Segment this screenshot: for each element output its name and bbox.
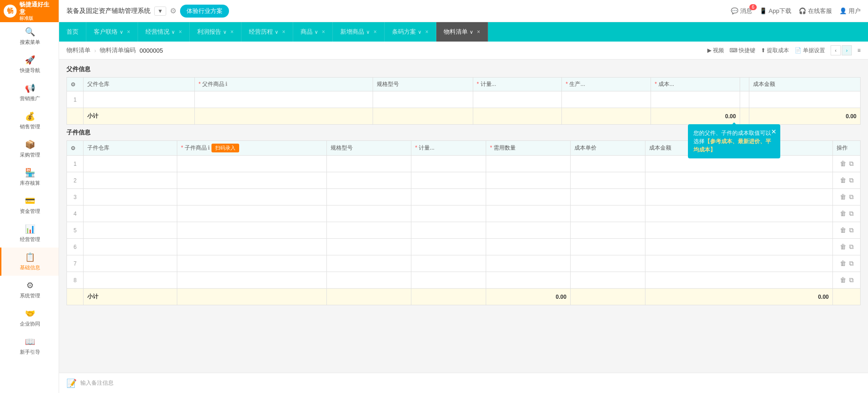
nav-next-button[interactable]: ›	[842, 45, 852, 55]
child-warehouse-cell-1[interactable]	[84, 156, 177, 172]
nav-tab-4[interactable]: 经营历程∨×	[241, 22, 293, 42]
delete-icon-2[interactable]: 🗑	[840, 176, 846, 184]
copy-icon-4[interactable]: ⧉	[849, 210, 854, 218]
child-cost-amount-cell-4[interactable]	[645, 206, 833, 222]
child-warehouse-cell-3[interactable]	[84, 189, 177, 206]
child-cost-amount-cell-3[interactable]	[645, 189, 833, 206]
sidebar-item-inventory[interactable]: 🏪 库存核算	[0, 163, 59, 191]
sidebar-item-enterprise[interactable]: 🤝 企业协同	[0, 304, 59, 332]
child-warehouse-cell-4[interactable]	[84, 206, 177, 222]
delete-icon-3[interactable]: 🗑	[840, 193, 846, 201]
tooltip-close-button[interactable]: ✕	[771, 127, 777, 137]
nav-tab-2[interactable]: 经营情况∨×	[138, 22, 190, 42]
child-product-cell-1[interactable]	[177, 156, 327, 172]
copy-icon-1[interactable]: ⧉	[849, 160, 854, 168]
parent-prod-cell[interactable]	[562, 91, 651, 108]
child-spec-cell-3[interactable]	[327, 189, 411, 206]
child-need-qty-cell-4[interactable]	[486, 206, 571, 222]
delete-icon-5[interactable]: 🗑	[840, 226, 846, 234]
online-service-button[interactable]: 🎧 在线客服	[799, 7, 832, 15]
child-qty-cell-2[interactable]	[411, 172, 486, 189]
nav-tab-1[interactable]: 客户联络∨×	[86, 22, 138, 42]
breadcrumb-item-1[interactable]: 物料清单	[66, 46, 90, 54]
child-need-qty-cell-3[interactable]	[486, 189, 571, 206]
child-unit-cost-cell-2[interactable]	[570, 172, 645, 189]
experience-button[interactable]: 体验行业方案	[180, 5, 229, 18]
child-need-qty-cell-1[interactable]	[486, 156, 571, 172]
nav-tab-7[interactable]: 条码方案∨×	[385, 22, 436, 42]
child-cost-amount-cell-7[interactable]	[645, 255, 833, 272]
tab-close-5[interactable]: ×	[322, 29, 325, 35]
child-qty-cell-5[interactable]	[411, 222, 486, 239]
child-warehouse-cell-8[interactable]	[84, 272, 177, 289]
nav-tab-0[interactable]: 首页	[59, 22, 86, 42]
child-unit-cost-cell-1[interactable]	[570, 156, 645, 172]
grid-view-button[interactable]: ≡	[857, 47, 861, 54]
child-spec-cell-1[interactable]	[327, 156, 411, 172]
child-warehouse-cell-5[interactable]	[84, 222, 177, 239]
nav-tab-6[interactable]: 新增商品∨×	[333, 22, 385, 42]
child-spec-cell-6[interactable]	[327, 239, 411, 255]
child-need-qty-cell-6[interactable]	[486, 239, 571, 255]
message-button[interactable]: 💬 消息 6	[731, 7, 752, 15]
parent-warehouse-cell[interactable]	[84, 91, 195, 108]
child-spec-cell-4[interactable]	[327, 206, 411, 222]
child-unit-cost-cell-5[interactable]	[570, 222, 645, 239]
child-spec-cell-5[interactable]	[327, 222, 411, 239]
child-product-cell-2[interactable]	[177, 172, 327, 189]
shortcut-button[interactable]: ⌨ 快捷键	[729, 47, 755, 54]
nav-tab-8[interactable]: 物料清单∨×	[436, 22, 488, 42]
sidebar-item-quick-nav[interactable]: 🚀 快捷导航	[0, 50, 59, 79]
child-unit-cost-cell-8[interactable]	[570, 272, 645, 289]
child-qty-cell-4[interactable]	[411, 206, 486, 222]
child-unit-cost-cell-3[interactable]	[570, 189, 645, 206]
child-spec-cell-2[interactable]	[327, 172, 411, 189]
sidebar-item-system[interactable]: ⚙ 系统管理	[0, 276, 59, 304]
copy-icon-8[interactable]: ⧉	[849, 276, 854, 284]
delete-icon-7[interactable]: 🗑	[840, 260, 846, 267]
child-qty-cell-7[interactable]	[411, 255, 486, 272]
tab-close-8[interactable]: ×	[477, 29, 480, 35]
child-warehouse-cell-6[interactable]	[84, 239, 177, 255]
notes-placeholder[interactable]: 输入备注信息	[80, 379, 114, 387]
child-qty-cell-1[interactable]	[411, 156, 486, 172]
sidebar-item-guide[interactable]: 📖 新手引导	[0, 332, 59, 360]
child-cost-amount-cell-5[interactable]	[645, 222, 833, 239]
child-qty-cell-6[interactable]	[411, 239, 486, 255]
child-need-qty-cell-7[interactable]	[486, 255, 571, 272]
copy-icon-3[interactable]: ⧉	[849, 193, 854, 201]
app-download-button[interactable]: 📱 App下载	[760, 7, 791, 15]
tab-close-1[interactable]: ×	[127, 29, 130, 35]
settings-button[interactable]: ⚙	[170, 6, 176, 15]
nav-prev-button[interactable]: ‹	[831, 45, 841, 55]
sidebar-item-base-info[interactable]: 📋 基础信息	[0, 248, 59, 276]
scan-input-button[interactable]: 扫码录入	[211, 144, 239, 152]
child-cost-amount-cell-2[interactable]	[645, 172, 833, 189]
child-product-cell-6[interactable]	[177, 239, 327, 255]
child-unit-cost-cell-6[interactable]	[570, 239, 645, 255]
copy-icon-7[interactable]: ⧉	[849, 260, 854, 267]
parent-qty-cell[interactable]	[473, 91, 562, 108]
tab-close-3[interactable]: ×	[230, 29, 234, 35]
user-avatar[interactable]: 👤 用户	[839, 7, 861, 15]
child-product-cell-8[interactable]	[177, 272, 327, 289]
child-need-qty-cell-2[interactable]	[486, 172, 571, 189]
child-product-cell-4[interactable]	[177, 206, 327, 222]
tab-close-7[interactable]: ×	[425, 29, 428, 35]
child-product-cell-5[interactable]	[177, 222, 327, 239]
child-unit-cost-cell-7[interactable]	[570, 255, 645, 272]
child-need-qty-cell-8[interactable]	[486, 272, 571, 289]
system-title-dropdown[interactable]: ▼	[154, 6, 166, 16]
nav-tab-3[interactable]: 利润报告∨×	[190, 22, 241, 42]
child-unit-cost-cell-4[interactable]	[570, 206, 645, 222]
child-cost-amount-cell-6[interactable]	[645, 239, 833, 255]
tab-close-4[interactable]: ×	[282, 29, 285, 35]
sidebar-item-purchase[interactable]: 📦 采购管理	[0, 135, 59, 163]
view-video-button[interactable]: ▶ 视频	[707, 47, 724, 54]
extract-cost-button[interactable]: ⬆ 提取成本	[761, 47, 789, 54]
child-need-qty-cell-5[interactable]	[486, 222, 571, 239]
parent-spec-cell[interactable]	[373, 91, 473, 108]
sidebar-item-marketing[interactable]: 📢 营销推广	[0, 79, 59, 107]
child-warehouse-cell-2[interactable]	[84, 172, 177, 189]
tab-close-6[interactable]: ×	[374, 29, 377, 35]
